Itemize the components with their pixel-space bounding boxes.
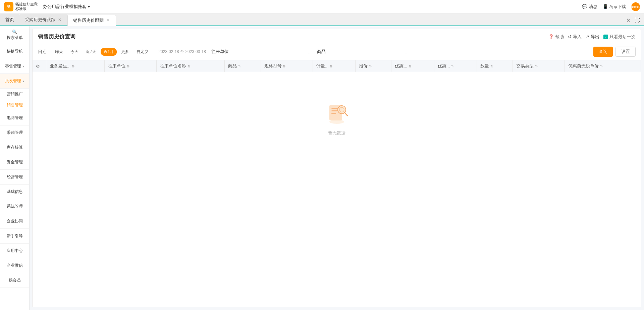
message-button[interactable]: 💬 消息 — [582, 4, 597, 10]
col-quote[interactable]: 报价 ⇅ — [355, 60, 391, 72]
sidebar-item-system[interactable]: 系统管理 — [0, 199, 29, 214]
content-area: 销售历史价查询 ❓ 帮助 ↺ 导入 ↗ 导出 ✓ — [30, 26, 644, 310]
svg-rect-3 — [331, 110, 338, 111]
date-btn-yesterday[interactable]: 昨天 — [52, 48, 66, 56]
sidebar-item-operations[interactable]: 经营管理 — [0, 170, 29, 185]
date-btn-custom[interactable]: 自定义 — [133, 48, 152, 56]
chevron-down-icon: ▾ — [88, 4, 90, 9]
col-spec[interactable]: 规格型号 ⇅ — [261, 60, 313, 72]
sidebar-item-vip[interactable]: 畅会员 — [0, 273, 29, 288]
sidebar-item-sales-mgmt[interactable]: 销售管理 — [0, 100, 29, 111]
col-discount2[interactable]: 优惠... ⇅ — [434, 60, 477, 72]
export-icon: ↗ — [586, 34, 589, 39]
table-container: ⚙ 业务发生... ⇅ 往来单位 ⇅ 往来单位名称 — [33, 60, 641, 307]
sidebar-item-marketing[interactable]: 营销推广 — [0, 89, 29, 100]
date-btn-more[interactable]: 更多 — [118, 48, 132, 56]
sort-icon: ⇅ — [238, 64, 241, 68]
sidebar-item-app-center[interactable]: 应用中心 — [0, 244, 29, 258]
sidebar-item-inventory[interactable]: 库存核算 — [0, 140, 29, 155]
settings-icon: ⚙ — [36, 64, 40, 69]
logo-icon: 畅 — [4, 2, 13, 11]
avatar: demo2 — [631, 2, 640, 11]
query-button[interactable]: 查询 — [593, 47, 613, 57]
tabs-bar: 首页 采购历史价跟踪 ✕ 销售历史价跟踪 ✕ ✕ ⛶ — [0, 13, 644, 26]
counterparty-input[interactable] — [231, 48, 305, 55]
sidebar-item-guide[interactable]: 新手引导 — [0, 229, 29, 244]
page-title: 销售历史价查询 — [38, 33, 75, 40]
col-counterparty-name[interactable]: 往来单位名称 ⇅ — [157, 60, 225, 72]
product-input[interactable] — [328, 48, 402, 55]
settings-button[interactable]: 设置 — [615, 47, 636, 57]
data-table: ⚙ 业务发生... ⇅ 往来单位 ⇅ 往来单位名称 — [33, 60, 641, 72]
col-counterparty-code[interactable]: 往来单位 ⇅ — [105, 60, 157, 72]
empty-state: 暂无数据 — [33, 72, 641, 163]
col-settings[interactable]: ⚙ — [33, 60, 46, 72]
import-button[interactable]: ↺ 导入 — [568, 34, 582, 40]
tab-sales-history[interactable]: 销售历史价跟踪 ✕ — [67, 15, 116, 26]
sort-icon: ⇅ — [369, 64, 372, 68]
col-quantity[interactable]: 数量 ⇅ — [477, 60, 513, 72]
only-last-checkbox[interactable]: ✓ 只看最后一次 — [603, 34, 636, 40]
download-icon: 📱 — [603, 4, 608, 9]
product-picker-button[interactable]: ... — [405, 49, 409, 54]
sort-icon: ⇅ — [127, 64, 129, 68]
sidebar-item-retail[interactable]: 零售管理 ▾ — [0, 59, 29, 74]
sort-icon: ⇅ — [490, 64, 493, 68]
date-btn-last7days[interactable]: 近7天 — [83, 48, 99, 56]
logo-area: 畅 畅捷信好生意 标准版 — [4, 2, 38, 11]
help-button[interactable]: ❓ 帮助 — [548, 34, 564, 40]
filter-actions: 查询 设置 — [593, 47, 636, 57]
sidebar-item-search[interactable]: 🔍 搜索菜单 — [0, 26, 29, 44]
counterparty-picker-button[interactable]: ... — [308, 49, 312, 54]
counterparty-filter-group: 往来单位 ... — [211, 48, 312, 55]
export-button[interactable]: ↗ 导出 — [586, 34, 599, 40]
col-discount1[interactable]: 优惠... ⇅ — [391, 60, 434, 72]
empty-icon — [323, 99, 350, 126]
counterparty-label: 往来单位 — [211, 49, 229, 55]
page-header-actions: ❓ 帮助 ↺ 导入 ↗ 导出 ✓ 只看最后一次 — [548, 34, 636, 40]
date-range-text: 2023-02-18 至 2023-03-18 — [158, 49, 206, 55]
sidebar-item-ecommerce[interactable]: 电商管理 — [0, 111, 29, 125]
tab-maximize-button[interactable]: ⛶ — [633, 17, 641, 24]
tab-close-all-button[interactable]: ✕ — [625, 16, 632, 24]
tab-home[interactable]: 首页 — [0, 14, 19, 25]
product-label: 商品 — [317, 49, 326, 55]
top-bar-right: 💬 消息 📱 App下载 demo2 — [582, 2, 640, 11]
app-download-button[interactable]: 📱 App下载 — [603, 4, 626, 10]
sidebar-item-wechat[interactable]: 企业微信 — [0, 258, 29, 273]
tab-purchase-history-close[interactable]: ✕ — [57, 17, 62, 22]
app-selector[interactable]: 办公用品行业模拟账套 ▾ — [40, 2, 93, 11]
sidebar-item-basic-info[interactable]: 基础信息 — [0, 185, 29, 199]
sidebar-item-finance[interactable]: 资金管理 — [0, 155, 29, 170]
tab-sales-history-close[interactable]: ✕ — [106, 18, 110, 23]
page-header: 销售历史价查询 ❓ 帮助 ↺ 导入 ↗ 导出 ✓ — [33, 29, 641, 43]
sidebar-item-quick-nav[interactable]: 快捷导航 — [0, 44, 29, 59]
col-unit[interactable]: 计量... ⇅ — [313, 60, 355, 72]
page-container: 销售历史价查询 ❓ 帮助 ↺ 导入 ↗ 导出 ✓ — [32, 29, 641, 307]
date-buttons: 昨天 今天 近7天 近1月 更多 自定义 — [52, 48, 152, 56]
empty-text: 暂无数据 — [328, 130, 345, 136]
chevron-up-icon: ▴ — [22, 79, 24, 83]
sort-icon: ⇅ — [409, 64, 411, 68]
sort-icon: ⇅ — [451, 64, 454, 68]
sort-icon: ⇅ — [330, 64, 332, 68]
col-business-date[interactable]: 业务发生... ⇅ — [46, 60, 105, 72]
col-product[interactable]: 商品 ⇅ — [225, 60, 261, 72]
main-layout: 🔍 搜索菜单 快捷导航 零售管理 ▾ 批发管理 ▴ 营销推广 销售管理 电商管理… — [0, 26, 644, 310]
search-icon: 🔍 — [12, 30, 17, 34]
sort-icon: ⇅ — [187, 64, 190, 68]
filter-row: 日期 昨天 今天 近7天 近1月 更多 — [33, 43, 641, 60]
svg-line-6 — [344, 112, 347, 116]
col-trade-type[interactable]: 交易类型 ⇅ — [513, 60, 565, 72]
sidebar-item-wholesale[interactable]: 批发管理 ▴ — [0, 74, 29, 89]
sidebar-item-purchase[interactable]: 采购管理 — [0, 125, 29, 140]
tab-purchase-history[interactable]: 采购历史价跟踪 ✕ — [19, 14, 67, 25]
sidebar-item-enterprise[interactable]: 企业协同 — [0, 214, 29, 229]
message-icon: 💬 — [582, 4, 587, 9]
sort-icon: ⇅ — [72, 64, 74, 68]
date-btn-today[interactable]: 今天 — [67, 48, 82, 56]
date-btn-last1month[interactable]: 近1月 — [101, 48, 117, 56]
user-menu[interactable]: demo2 — [631, 2, 640, 11]
col-pretax-price[interactable]: 优惠前无税单价 ⇅ — [565, 60, 641, 72]
sort-icon: ⇅ — [283, 64, 285, 68]
